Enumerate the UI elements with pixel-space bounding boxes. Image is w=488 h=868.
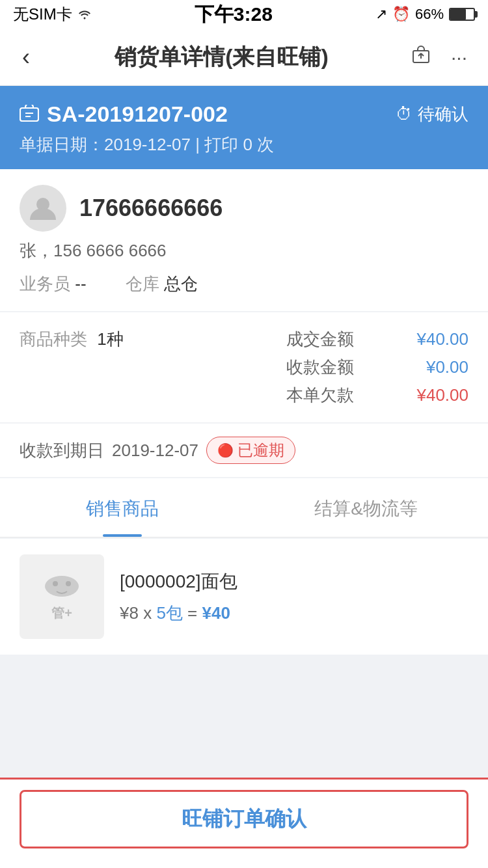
status-time: 下午3:28 xyxy=(195,1,273,28)
share-button[interactable] xyxy=(407,40,435,74)
product-price: ¥8 x xyxy=(120,603,156,623)
status-right: ↗ ⏰ 66% xyxy=(375,6,475,23)
order-banner: SA-20191207-002 ⏱ 待确认 单据日期：2019-12-07 | … xyxy=(0,86,488,169)
status-clock-icon: ⏱ xyxy=(396,104,413,124)
table-row: 管+ [0000002]面包 ¥8 x 5包 = ¥40 xyxy=(20,554,468,639)
product-thumbnail: 管+ xyxy=(20,554,104,639)
alarm-icon: ⏰ xyxy=(392,6,410,23)
overdue-text: 已逾期 xyxy=(237,440,284,461)
deal-amount-label: 成交金额 xyxy=(286,328,354,351)
product-price-row: ¥8 x 5包 = ¥40 xyxy=(120,602,468,625)
back-button[interactable]: ‹ xyxy=(16,37,36,77)
collected-value: ¥0.00 xyxy=(426,357,468,377)
tabs: 销售商品 结算&物流等 xyxy=(0,478,488,537)
customer-card: 17666666666 张，156 6666 6666 业务员 -- 仓库 总仓 xyxy=(0,169,488,311)
owed-value: ¥40.00 xyxy=(416,385,468,405)
tab-settlement-logistics[interactable]: 结算&物流等 xyxy=(244,478,488,537)
due-date-value: 2019-12-07 xyxy=(112,441,198,461)
product-info: [0000002]面包 ¥8 x 5包 = ¥40 xyxy=(120,569,468,625)
order-status: ⏱ 待确认 xyxy=(396,103,468,126)
nav-actions: ··· xyxy=(407,40,472,74)
product-name: [0000002]面包 xyxy=(120,569,468,594)
owed-label: 本单欠款 xyxy=(286,384,354,407)
amounts: 成交金额 ¥40.00 收款金额 ¥0.00 本单欠款 ¥40.00 xyxy=(286,328,468,407)
order-id-text: SA-20191207-002 xyxy=(47,102,228,127)
overdue-badge: 🔴 已逾期 xyxy=(206,437,295,464)
customer-phone: 17666666666 xyxy=(79,195,223,222)
sales-label: 业务员 -- xyxy=(20,273,87,295)
battery-icon xyxy=(449,8,475,21)
svg-rect-4 xyxy=(20,108,38,121)
carrier-label: 无SIM卡 xyxy=(13,4,72,25)
avatar xyxy=(20,185,66,232)
product-total: ¥40 xyxy=(202,603,230,623)
status-left: 无SIM卡 xyxy=(13,4,92,25)
bottom-action: 旺铺订单确认 xyxy=(0,778,488,868)
overdue-icon: 🔴 xyxy=(217,442,234,458)
product-type: 商品种类 1种 xyxy=(20,328,124,351)
customer-name: 张，156 6666 6666 xyxy=(20,239,468,262)
order-date-row: 单据日期：2019-12-07 | 打印 0 次 xyxy=(20,133,468,156)
battery-percent: 66% xyxy=(415,6,444,23)
more-button[interactable]: ··· xyxy=(446,41,472,74)
equals: = xyxy=(183,603,202,623)
page-title: 销货单详情(来自旺铺) xyxy=(36,42,407,72)
status-text: 待确认 xyxy=(418,103,468,126)
summary-card: 商品种类 1种 成交金额 ¥40.00 收款金额 ¥0.00 本单欠款 ¥40.… xyxy=(0,312,488,422)
tab-sales-products[interactable]: 销售商品 xyxy=(0,478,244,537)
product-list: 管+ [0000002]面包 ¥8 x 5包 = ¥40 xyxy=(0,539,488,655)
due-date-card: 收款到期日 2019-12-07 🔴 已逾期 xyxy=(0,424,488,477)
logo-plus: 管+ xyxy=(51,604,72,622)
due-date-label: 收款到期日 xyxy=(20,439,104,462)
order-id-row: SA-20191207-002 xyxy=(20,102,228,127)
location-icon: ↗ xyxy=(375,6,387,23)
collected-label: 收款金额 xyxy=(286,356,354,379)
product-qty: 5包 xyxy=(156,603,182,623)
deal-amount-value: ¥40.00 xyxy=(416,329,468,349)
customer-meta: 业务员 -- 仓库 总仓 xyxy=(20,273,468,295)
svg-point-10 xyxy=(66,581,71,586)
warehouse-label: 仓库 总仓 xyxy=(126,273,198,295)
status-bar: 无SIM卡 下午3:28 ↗ ⏰ 66% xyxy=(0,0,488,29)
nav-bar: ‹ 销货单详情(来自旺铺) ··· xyxy=(0,29,488,86)
svg-point-9 xyxy=(53,581,58,586)
wifi-icon xyxy=(77,5,92,23)
order-icon xyxy=(20,102,39,127)
confirm-order-button[interactable]: 旺铺订单确认 xyxy=(20,790,468,848)
